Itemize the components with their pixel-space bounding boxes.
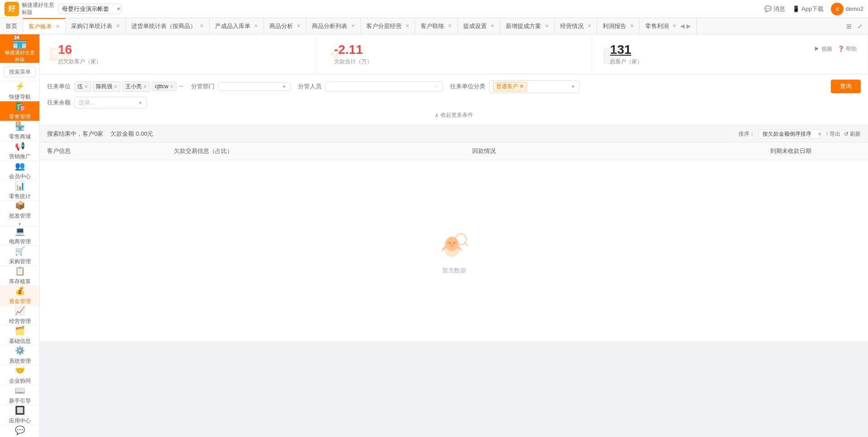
marketing-icon: 📢 [15,141,25,151]
refresh-button[interactable]: ↺ 刷新 [844,130,861,138]
query-button[interactable]: 查询 [831,80,861,93]
sidebar-item-app-center-label: 应用中心 [9,417,31,425]
sidebar-item-quick-nav[interactable]: ⚡ 快捷导航 [0,81,39,101]
sidebar-item-purchase-label: 采购管理 [9,258,31,266]
sidebar-item-finance[interactable]: 💰 资金管理 [0,286,39,306]
tab-goods-stats-close[interactable]: ✕ [200,23,204,29]
filter-balance-select[interactable]: 选择... ▼ [74,97,147,109]
sidebar-item-cooperation[interactable]: 🤝 企业协同 [0,366,39,385]
tab-profit-close[interactable]: ✕ [630,23,634,29]
tab-new-commission[interactable]: 新增提成方案 ✕ [500,18,555,34]
sidebar-item-operation[interactable]: 📈 经营管理 [0,306,39,326]
tab-profit[interactable]: 利润报告 ✕ [597,18,640,34]
tab-customer-layer[interactable]: 客户分层经营 ✕ [361,18,415,34]
tab-goods-analysis-list[interactable]: 商品分析列表 ✕ [307,18,361,34]
sidebar-item-app-center[interactable]: 🔲 应用中心 [0,405,39,425]
sidebar-item-member[interactable]: 👥 会员中心 [0,161,39,181]
sidebar-item-retail[interactable]: 🛍️ 零售管理 [0,101,39,121]
tab-goods-analysis[interactable]: 商品分析 ✕ [264,18,307,34]
tab-retail-profit[interactable]: 零售利润 ✕ ◀ ▶ [640,18,697,34]
collapse-button[interactable]: ∧ 收起更多条件 [47,109,861,122]
purchase-icon: 🛒 [15,246,25,256]
filter-tag-wu-close[interactable]: ✕ [84,84,88,89]
topbar: 好 畅捷通好生意 标版 母婴行业演示帐套 ▼ 💬 消息 📱 App下载 d de… [0,0,868,18]
sidebar-item-guide[interactable]: 📖 新手引导 [0,385,39,405]
sidebar-item-retail-label: 零售管理 [9,113,31,121]
help-label: 帮助 [846,46,857,52]
filter-person-select[interactable]: ··· [325,81,443,91]
finance-icon: 💰 [15,286,25,296]
message-action[interactable]: 💬 消息 [764,5,785,13]
stat-icon-building: 🏢 [599,42,624,67]
sidebar-item-ecommerce-label: 电商管理 [9,238,31,246]
filter-dept-select[interactable]: ▼ [218,82,291,91]
fullscreen-icon[interactable]: ⤢ [855,22,864,31]
logo-text: 畅捷通好生意 标版 [22,2,54,16]
video-action[interactable]: ▶ 视频 [814,45,832,53]
tab-operation-close[interactable]: ✕ [587,23,591,29]
filter-tag-wang-close[interactable]: ✕ [143,84,147,89]
filter-more-btn[interactable]: ··· [178,83,184,90]
export-icon: ↑ [825,131,828,137]
sidebar-item-system[interactable]: ⚙️ 系统管理 [0,346,39,366]
tab-new-commission-close[interactable]: ✕ [545,23,549,29]
filter-tag-cjttcw-close[interactable]: ✕ [170,84,173,89]
tab-purchase-order[interactable]: 采购订单统计表 ✕ [66,18,126,34]
tab-goods-analysis-list-close[interactable]: ✕ [351,23,355,29]
empty-text: 暂无数据 [442,266,466,275]
tab-home[interactable]: 首页 [0,18,23,34]
logo-icon: 好 [5,2,19,16]
tab-customer-contact-close[interactable]: ✕ [448,23,452,29]
tab-purchase-order-close[interactable]: ✕ [116,23,120,29]
tab-goods-analysis-label: 商品分析 [269,22,293,30]
chevron-left-icon[interactable]: ◀ [680,23,685,29]
tab-customer-layer-close[interactable]: ✕ [405,23,409,29]
filter-category-select[interactable]: 普通客户 ✕ ▼ [489,80,580,93]
tab-operation-label: 经营情况 [560,22,584,30]
svg-line-10 [465,243,468,246]
store-selector[interactable]: 母婴行业演示帐套 [58,4,121,14]
sidebar-item-retail-mall[interactable]: 🏪 零售商城 [0,121,39,141]
tab-commission-settings-close[interactable]: ✕ [490,23,494,29]
filter-category-tag: 普通客户 ✕ [493,82,527,91]
col-debt-info: 欠款交易信息（占比） [174,147,472,155]
tab-goods-analysis-close[interactable]: ✕ [297,23,301,29]
guide-icon: 📖 [15,385,25,395]
export-button[interactable]: ↑ 导出 [825,130,840,138]
sidebar-item-retail-stats[interactable]: 📊 零售统计 [0,181,39,201]
tab-operation[interactable]: 经营情况 ✕ [555,18,597,34]
tab-commission-settings[interactable]: 提成设置 ✕ [458,18,500,34]
app-download-action[interactable]: 📱 App下载 [792,5,824,13]
expand-tabs-icon[interactable]: ⊞ [844,22,854,31]
tab-product-inbound-label: 产成品入库单 [215,22,250,30]
wholesale-icon: 📦 [15,200,25,210]
tab-new-commission-label: 新增提成方案 [506,22,541,30]
sort-select[interactable]: 按欠款金额倒序排序 [758,129,821,138]
tab-customer-account[interactable]: 客户账本 ✕ [23,18,66,34]
sidebar-item-inventory[interactable]: 📋 库存核算 [0,266,39,286]
sidebar-item-wholesale[interactable]: 📦 批发管理 ▼ [0,201,39,226]
tab-customer-contact[interactable]: 客户联络 ✕ [415,18,458,34]
tab-customer-account-close[interactable]: ✕ [56,24,60,29]
chevron-right-icon[interactable]: ▶ [686,23,691,29]
ecommerce-icon: 💻 [15,226,25,236]
user-area[interactable]: d demo2 [831,3,863,15]
help-action[interactable]: ❓ 帮助 [838,45,857,53]
sidebar-item-wholesale-label: 批发管理 [9,212,31,220]
svg-point-4 [451,245,453,247]
sidebar-item-basic-info[interactable]: 🗂️ 基础信息 [0,326,39,346]
sidebar-item-purchase[interactable]: 🛒 采购管理 [0,246,39,266]
tab-goods-stats[interactable]: 进货单统计表（按商品） ✕ [126,18,210,34]
filter-category-tag-close[interactable]: ✕ [519,83,524,90]
phone-icon: 📱 [792,5,800,12]
tab-retail-profit-close[interactable]: ✕ [672,23,676,29]
sidebar-search-input[interactable] [4,66,36,77]
sidebar-item-marketing[interactable]: 📢 营销推广 [0,141,39,161]
sidebar-item-wechat[interactable]: 💬 企业微信 [0,425,39,437]
tab-product-inbound[interactable]: 产成品入库单 ✕ [210,18,264,34]
system-icon: ⚙️ [15,346,25,356]
filter-tag-chen-close[interactable]: ✕ [114,84,117,89]
operation-icon: 📈 [15,306,25,316]
tab-product-inbound-close[interactable]: ✕ [254,23,258,29]
sidebar-item-ecommerce[interactable]: 💻 电商管理 [0,226,39,246]
